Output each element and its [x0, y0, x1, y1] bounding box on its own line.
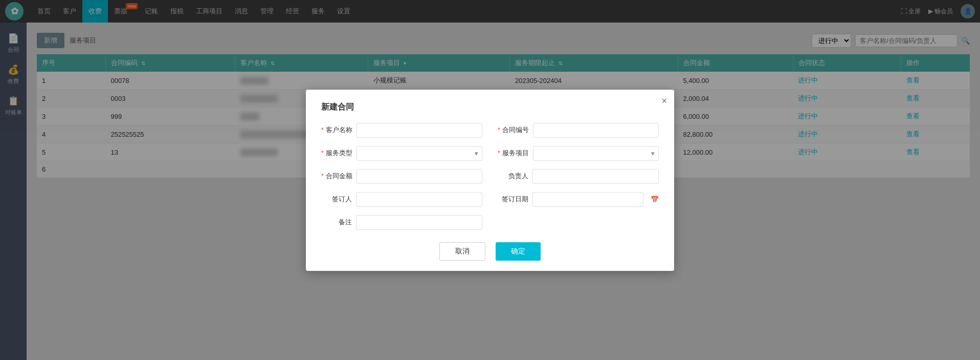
remark-input[interactable] [356, 215, 482, 230]
modal-overlay: × 新建合同 * 客户名称 * 合同编号 [0, 0, 980, 360]
contract-no-label: * 合同编号 [498, 125, 529, 135]
responsible-label: 负责人 [498, 172, 528, 181]
form-row-5: 备注 [321, 215, 659, 230]
field-contract-no: * 合同编号 [498, 123, 659, 138]
service-type-label: * 服务类型 [321, 149, 352, 158]
modal-footer: 取消 确定 [321, 242, 659, 261]
remark-label: 备注 [321, 218, 352, 227]
modal-close-button[interactable]: × [661, 96, 667, 107]
service-type-select-wrap: ▾ [357, 146, 482, 161]
contract-no-input[interactable] [533, 123, 659, 138]
cancel-button[interactable]: 取消 [439, 242, 485, 261]
form-row-2: * 服务类型 ▾ * 服务项目 [321, 146, 659, 161]
new-contract-modal: × 新建合同 * 客户名称 * 合同编号 [306, 90, 674, 271]
sign-date-input[interactable]: 2023-06-06 [532, 192, 643, 207]
required-star-3: * [321, 149, 324, 157]
amount-input[interactable]: 0.00 [357, 169, 482, 184]
field-signer: 签订人 [321, 192, 482, 207]
required-star: * [321, 126, 324, 134]
required-star-4: * [498, 149, 500, 157]
service-type-select[interactable] [357, 146, 482, 161]
customer-name-label: * 客户名称 [321, 125, 352, 135]
field-service-type: * 服务类型 ▾ [321, 146, 482, 161]
field-customer-name: * 客户名称 [321, 123, 482, 138]
signer-input[interactable] [356, 192, 482, 207]
field-responsible: 负责人 [498, 169, 659, 184]
service-item-label: * 服务项目 [498, 149, 529, 158]
required-star-2: * [498, 126, 500, 134]
form-row-1: * 客户名称 * 合同编号 [321, 123, 659, 138]
customer-name-input[interactable] [357, 123, 482, 138]
sign-date-label: 签订日期 [498, 195, 528, 204]
responsible-input[interactable] [532, 169, 659, 184]
service-item-select-wrap: ▾ [533, 146, 659, 161]
field-remark: 备注 [321, 215, 482, 230]
calendar-icon[interactable]: 📅 [651, 196, 659, 203]
confirm-button[interactable]: 确定 [496, 242, 541, 261]
signer-label: 签订人 [321, 195, 352, 204]
service-item-select[interactable] [533, 146, 659, 161]
field-amount: * 合同金额 0.00 [321, 169, 482, 184]
amount-label: * 合同金额 [321, 172, 352, 181]
field-service-item: * 服务项目 ▾ [498, 146, 659, 161]
modal-title: 新建合同 [321, 102, 659, 113]
form-row-3: * 合同金额 0.00 负责人 [321, 169, 659, 184]
field-sign-date: 签订日期 2023-06-06 📅 [498, 192, 659, 207]
required-star-5: * [321, 172, 324, 180]
form-row-4: 签订人 签订日期 2023-06-06 📅 [321, 192, 659, 207]
